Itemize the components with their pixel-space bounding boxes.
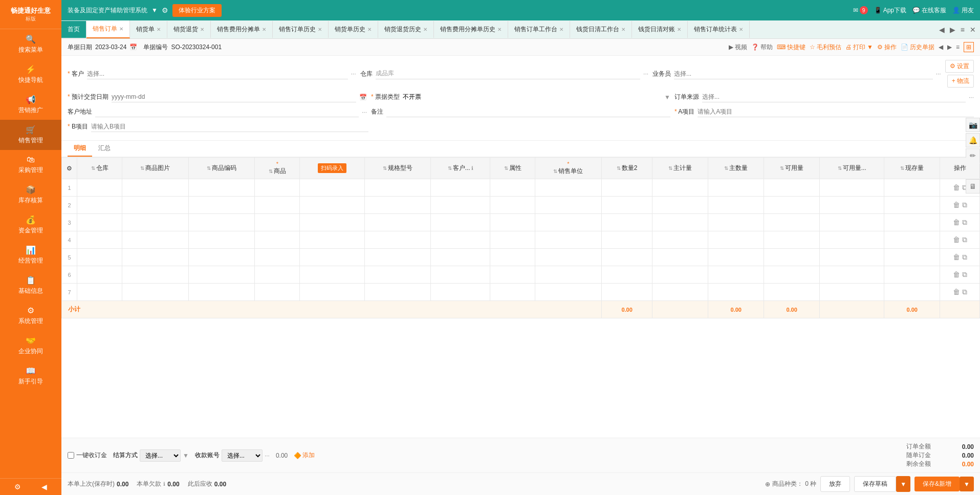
row-code[interactable] [188,249,255,266]
row-qty2[interactable] [601,197,652,214]
row-available[interactable] [764,214,820,231]
row-goods[interactable] [255,284,300,301]
row-warehouse[interactable] [77,214,122,231]
sidebar-item-inventory[interactable]: 📦 库存核算 [0,180,61,210]
history-btn[interactable]: 📄 历史单据 [901,43,934,52]
row-warehouse[interactable] [77,197,122,214]
row-stock[interactable] [884,214,940,231]
row-warehouse[interactable] [77,231,122,249]
col-main-qty[interactable]: ⇅主数量 [708,158,764,179]
tab-goods-history[interactable]: 销货单历史 ✕ [329,21,378,38]
grid-view-btn[interactable]: ⊞ [964,42,974,52]
print-dropdown-icon[interactable]: ▼ [867,44,873,51]
shortcut-btn[interactable]: ⌨ 快捷键 [777,43,805,52]
col-unit[interactable]: ⇅销售单位 [535,158,602,179]
tab-cash-workbench[interactable]: 钱货日清工作台 ✕ [570,21,632,38]
sidebar-item-enterprise[interactable]: 🤝 企业协同 [0,331,61,361]
warehouse-more-btn[interactable]: ··· [643,70,648,77]
sidebar-item-sales[interactable]: 🛒 销售管理 [0,120,61,150]
tab-close-icon[interactable]: ✕ [621,27,625,32]
row-main-qty[interactable] [708,284,764,301]
row-attr[interactable] [490,214,535,231]
row-goods[interactable] [255,197,300,214]
tab-stats[interactable]: 销售订单统计表 ✕ [688,21,750,38]
tab-workbench[interactable]: 销售订单工作台 ✕ [508,21,570,38]
row-image[interactable] [122,231,189,249]
a-project-input[interactable] [698,106,974,117]
row-customer-code[interactable] [431,284,490,301]
solution-button[interactable]: 体验行业方案 [172,4,222,17]
col-attr[interactable]: ⇅属性 [490,158,535,179]
tab-close-icon[interactable]: ✕ [677,27,681,32]
col-code[interactable]: ⇅商品编码 [188,158,255,179]
prev-doc-btn[interactable]: ◀ [939,44,943,51]
row-spec[interactable] [364,197,431,214]
customer-addr-input[interactable] [95,106,359,117]
col-image[interactable]: ⇅商品图片 [122,158,189,179]
tab-return-history[interactable]: 销货退货历史 ✕ [378,21,434,38]
row-stock[interactable] [884,284,940,301]
row-stock[interactable] [884,197,940,214]
row-customer-code[interactable] [431,266,490,284]
delete-row-icon[interactable]: 🗑 [953,253,960,262]
col-available[interactable]: ⇅可用量 [764,158,820,179]
tab-menu-btn[interactable]: ≡ [959,25,967,35]
tab-close-icon[interactable]: ✕ [157,27,161,32]
row-stock[interactable] [884,249,940,266]
copy-row-icon[interactable]: ⧉ [962,201,967,209]
row-image[interactable] [122,249,189,266]
panel-notify-btn[interactable]: 🔔 [966,133,980,147]
tab-expense-history[interactable]: 销售费用分摊单历史 ✕ [434,21,508,38]
save-new-dropdown-btn[interactable]: ▼ [960,477,974,491]
sidebar-item-marketing[interactable]: 📢 营销推广 [0,90,61,120]
row-stock[interactable] [884,231,940,249]
row-image[interactable] [122,284,189,301]
copy-row-icon[interactable]: ⧉ [962,218,967,227]
row-main-unit[interactable] [652,179,708,197]
row-unit[interactable] [535,179,602,197]
row-code[interactable] [188,214,255,231]
row-spec[interactable] [364,214,431,231]
profit-btn[interactable]: ☆ 毛利预估 [810,43,841,52]
delete-row-icon[interactable]: 🗑 [953,183,960,192]
save-draft-dropdown-btn[interactable]: ▼ [896,476,910,492]
row-attr[interactable] [490,197,535,214]
row-spec[interactable] [364,249,431,266]
row-code[interactable] [188,179,255,197]
row-available[interactable] [764,231,820,249]
row-customer-code[interactable] [431,231,490,249]
quick-collect-checkbox[interactable] [68,452,74,459]
col-settings[interactable]: ⚙ [62,158,77,179]
row-image[interactable] [122,214,189,231]
customer-more-btn[interactable]: ··· [351,70,356,77]
tab-close-all-btn[interactable]: ✕ [968,25,978,35]
help-btn[interactable]: ❓ 帮助 [751,43,773,52]
row-available[interactable] [764,266,820,284]
operate-btn[interactable]: ⚙ 操作 [877,43,897,52]
sidebar-item-system[interactable]: ⚙ 系统管理 [0,300,61,331]
row-main-qty[interactable] [708,231,764,249]
row-qty2[interactable] [601,284,652,301]
row-main-unit[interactable] [652,249,708,266]
row-unit[interactable] [535,231,602,249]
system-dropdown-icon[interactable]: ▼ [151,7,158,14]
tab-close-icon[interactable]: ✕ [367,27,372,32]
order-source-input[interactable] [702,92,966,102]
b-project-input[interactable] [91,121,368,132]
row-warehouse[interactable] [77,249,122,266]
sidebar-item-basic[interactable]: 📋 基础信息 [0,270,61,300]
delete-row-icon[interactable]: 🗑 [953,201,960,209]
customer-input[interactable] [87,69,348,79]
tab-close-icon[interactable]: ✕ [318,27,322,32]
tab-close-icon[interactable]: ✕ [262,27,266,32]
quick-collect-label[interactable]: 一键收订金 [68,451,107,460]
tab-summary[interactable]: 汇总 [92,141,117,157]
row-qty2[interactable] [601,231,652,249]
row-customer-code[interactable] [431,179,490,197]
tab-next-btn[interactable]: ▶ [948,25,957,35]
row-available2[interactable] [820,249,884,266]
row-main-unit[interactable] [652,231,708,249]
delete-row-icon[interactable]: 🗑 [953,218,960,227]
row-customer-code[interactable] [431,214,490,231]
account-select[interactable]: 选择... [222,449,263,462]
